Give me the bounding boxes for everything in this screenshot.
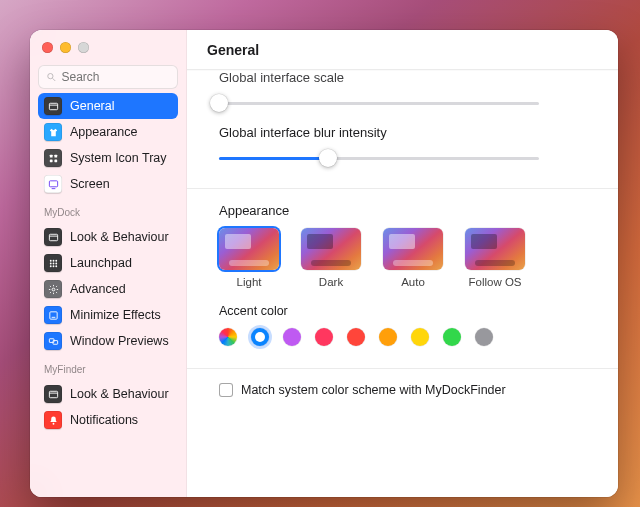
- scale-label: Global interface scale: [219, 70, 586, 85]
- sidebar-item-label: Window Previews: [70, 334, 169, 348]
- zoom-icon[interactable]: [78, 42, 89, 53]
- sidebar-item-label: Minimize Effects: [70, 308, 161, 322]
- accent-swatch-red[interactable]: [347, 328, 365, 346]
- svg-rect-26: [49, 391, 57, 397]
- settings-window: GeneralAppearanceSystem Icon TrayScreen …: [30, 30, 618, 497]
- accent-swatch-yellow[interactable]: [411, 328, 429, 346]
- sidebar-item-minimize-effects[interactable]: Minimize Effects: [38, 302, 178, 328]
- divider: [187, 188, 618, 189]
- grid-icon: [44, 149, 62, 167]
- main-pane: General Global interface scale Global in…: [187, 30, 618, 497]
- svg-point-0: [48, 74, 53, 79]
- divider: [187, 368, 618, 369]
- wallpaper-thumb: [219, 228, 279, 270]
- launch-icon: [44, 254, 62, 272]
- section-header-myfinder: MyFinder: [38, 358, 178, 377]
- search-icon: [46, 71, 57, 83]
- window-icon: [44, 97, 62, 115]
- sidebar-item-label: Launchpad: [70, 256, 132, 270]
- svg-point-13: [52, 259, 54, 261]
- prev-icon: [44, 332, 62, 350]
- sidebar-item-label: Advanced: [70, 282, 126, 296]
- sidebar-item-advanced[interactable]: Advanced: [38, 276, 178, 302]
- svg-rect-2: [49, 103, 57, 109]
- svg-point-15: [49, 262, 51, 264]
- gear-icon: [44, 280, 62, 298]
- svg-rect-6: [49, 159, 52, 162]
- accent-swatch-purple[interactable]: [283, 328, 301, 346]
- accent-swatch-pink[interactable]: [315, 328, 333, 346]
- sidebar-item-label: Appearance: [70, 125, 137, 139]
- sidebar: GeneralAppearanceSystem Icon TrayScreen …: [30, 30, 187, 497]
- sidebar-item-notifications[interactable]: Notifications: [38, 407, 178, 433]
- sidebar-item-general[interactable]: General: [38, 93, 178, 119]
- accent-color-swatches: [219, 328, 586, 346]
- svg-point-20: [55, 265, 57, 267]
- sidebar-item-system-icon-tray[interactable]: System Icon Tray: [38, 145, 178, 171]
- appearance-options: LightDarkAutoFollow OS: [219, 228, 586, 288]
- blur-label: Global interface blur intensity: [219, 125, 586, 140]
- slider-thumb[interactable]: [319, 149, 337, 167]
- svg-point-14: [55, 259, 57, 261]
- appearance-option-light[interactable]: Light: [219, 228, 279, 288]
- svg-rect-4: [49, 154, 52, 157]
- svg-rect-7: [54, 159, 57, 162]
- search-input-wrapper[interactable]: [38, 65, 178, 89]
- close-icon[interactable]: [42, 42, 53, 53]
- sidebar-item-label: System Icon Tray: [70, 151, 167, 165]
- sidebar-item-screen[interactable]: Screen: [38, 171, 178, 197]
- accent-swatch-orange[interactable]: [379, 328, 397, 346]
- option-label: Follow OS: [468, 276, 521, 288]
- sidebar-item-label: Look & Behaviour: [70, 230, 169, 244]
- svg-point-18: [49, 265, 51, 267]
- content-scroll[interactable]: Global interface scale Global interface …: [187, 70, 618, 497]
- svg-rect-5: [54, 154, 57, 157]
- window-controls: [38, 40, 178, 61]
- svg-rect-22: [49, 311, 56, 318]
- wallpaper-thumb: [301, 228, 361, 270]
- sidebar-item-look-behaviour[interactable]: Look & Behaviour: [38, 224, 178, 250]
- blur-slider[interactable]: [219, 150, 539, 166]
- min-icon: [44, 306, 62, 324]
- accent-label: Accent color: [219, 304, 586, 318]
- match-scheme-row[interactable]: Match system color scheme with MyDockFin…: [219, 383, 586, 397]
- scale-slider[interactable]: [219, 95, 539, 111]
- search-input[interactable]: [62, 70, 171, 84]
- screen-icon: [44, 175, 62, 193]
- accent-swatch-blue[interactable]: [251, 328, 269, 346]
- minimize-icon[interactable]: [60, 42, 71, 53]
- window-icon: [44, 228, 62, 246]
- window-icon: [44, 385, 62, 403]
- sidebar-item-launchpad[interactable]: Launchpad: [38, 250, 178, 276]
- shirt-icon: [44, 123, 62, 141]
- sidebar-item-label: Screen: [70, 177, 110, 191]
- svg-rect-10: [49, 234, 57, 240]
- sidebar-item-window-previews[interactable]: Window Previews: [38, 328, 178, 354]
- accent-swatch-multicolor[interactable]: [219, 328, 237, 346]
- checkbox-label: Match system color scheme with MyDockFin…: [241, 383, 506, 397]
- option-label: Dark: [319, 276, 343, 288]
- wallpaper-thumb: [465, 228, 525, 270]
- sidebar-item-label: Notifications: [70, 413, 138, 427]
- checkbox[interactable]: [219, 383, 233, 397]
- svg-point-21: [52, 288, 55, 291]
- wallpaper-thumb: [383, 228, 443, 270]
- sidebar-item-look-behaviour[interactable]: Look & Behaviour: [38, 381, 178, 407]
- appearance-label: Appearance: [219, 203, 586, 218]
- svg-rect-8: [49, 180, 57, 186]
- svg-point-17: [55, 262, 57, 264]
- svg-point-19: [52, 265, 54, 267]
- svg-point-28: [52, 422, 54, 424]
- appearance-option-dark[interactable]: Dark: [301, 228, 361, 288]
- option-label: Light: [237, 276, 262, 288]
- sidebar-item-label: Look & Behaviour: [70, 387, 169, 401]
- accent-swatch-graphite[interactable]: [475, 328, 493, 346]
- appearance-option-follow-os[interactable]: Follow OS: [465, 228, 525, 288]
- sidebar-item-appearance[interactable]: Appearance: [38, 119, 178, 145]
- appearance-option-auto[interactable]: Auto: [383, 228, 443, 288]
- svg-line-1: [53, 78, 56, 81]
- section-header-mydock: MyDock: [38, 201, 178, 220]
- slider-thumb[interactable]: [210, 94, 228, 112]
- page-title: General: [187, 30, 618, 70]
- accent-swatch-green[interactable]: [443, 328, 461, 346]
